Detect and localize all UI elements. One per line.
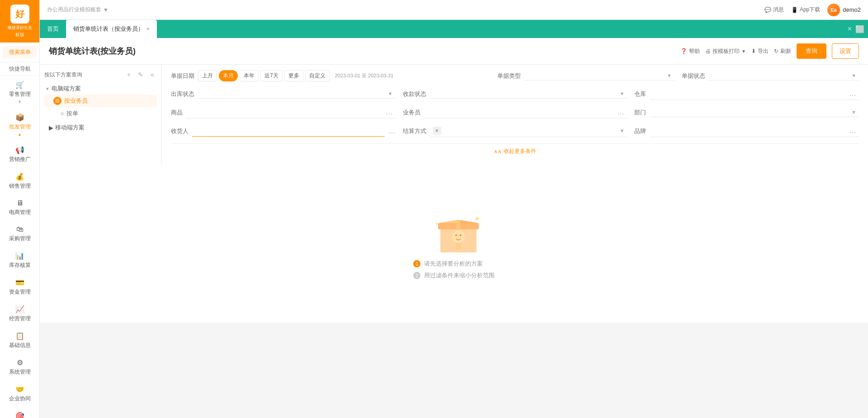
shortcut-nav-button[interactable]: 快捷导航 <box>0 62 39 76</box>
collapse-button[interactable]: ∧∧ 收起更多条件 <box>171 143 859 159</box>
consignee-ellipsis-icon[interactable]: … <box>388 127 396 135</box>
svg-marker-2 <box>438 220 458 223</box>
date-btn-more[interactable]: 更多 <box>284 70 303 81</box>
filter-department-item: 部门 ▼ <box>634 108 859 117</box>
sidebar-item-marketing[interactable]: 📢 营销推广 <box>0 141 39 168</box>
window-close-button[interactable]: × <box>848 25 852 33</box>
svg-point-8 <box>455 234 457 236</box>
sidebar-item-basic-info[interactable]: 📋 基础信息 <box>0 327 39 354</box>
sidebar-item-operations-label: 经营管理 <box>9 315 31 323</box>
tabs-bar: 首页 销货单统计表（按业务员） × × ⬜ <box>40 20 868 38</box>
wholesale-icon: 📦 <box>15 113 24 122</box>
filter-goods-item: 商品 … <box>171 106 396 119</box>
sidebar-item-purchase[interactable]: 🛍 采购管理 <box>0 221 39 247</box>
filter-salesman-item: 业务员 … <box>403 106 627 119</box>
date-btn-current-year[interactable]: 本年 <box>240 70 259 81</box>
sidebar-item-wholesale[interactable]: 📦 批发管理 ▲ <box>0 109 39 141</box>
sidebar-item-ecommerce[interactable]: 🖥 电商管理 <box>0 195 39 221</box>
goods-ellipsis-icon[interactable]: … <box>386 108 393 116</box>
sidebar-item-finance[interactable]: 💳 资金管理 <box>0 274 39 300</box>
system-icon: ⚙ <box>17 358 23 367</box>
scheme-header: 按以下方案查询 ＋ ✎ « <box>44 70 157 79</box>
sidebar-item-finance-label: 资金管理 <box>9 288 31 296</box>
date-range-text: 2023-03-01 至 2023-03-31 <box>335 72 394 79</box>
brand-ellipsis-icon[interactable]: … <box>849 127 856 135</box>
filter-warehouse-item: 仓库 … <box>634 88 859 100</box>
sidebar-item-inventory[interactable]: 📊 库存核算 <box>0 247 39 274</box>
date-btn-custom[interactable]: 自定义 <box>305 70 330 81</box>
filter-panel: 按以下方案查询 ＋ ✎ « ▼ 电脑端方案 按 <box>40 65 868 164</box>
collect-status-select[interactable]: ▼ <box>430 89 627 99</box>
date-btn-last-month[interactable]: 上月 <box>198 70 217 81</box>
scheme-tree: ▼ 电脑端方案 按 按业务员 ≡ 按单 <box>44 83 157 133</box>
sales-icon: 💰 <box>15 172 24 181</box>
sidebar-item-sales[interactable]: 💰 销售管理 <box>0 168 39 195</box>
page-header: 销货单统计表(按业务员) ❓ 帮助 🖨 按模板打印 ▼ ⬇ 导出 ↻ 刷新 <box>40 38 868 65</box>
print-label: 按模板打印 <box>712 48 740 55</box>
scheme-group-mobile-label: 移动端方案 <box>55 124 85 132</box>
sidebar-item-sales-label: 销售管理 <box>9 182 31 190</box>
query-button[interactable]: 查询 <box>797 43 826 59</box>
filter-collect-status-item: 收款状态 ▼ <box>403 89 627 99</box>
scheme-group-desktop-header[interactable]: ▼ 电脑端方案 <box>44 83 157 95</box>
sidebar: 好 畅捷通好生意 标版 搜索菜单 快捷导航 🛒 零售管理 ▼ 📦 批发管理 ▲ … <box>0 0 40 418</box>
app-download-button[interactable]: 📱 App下载 <box>791 6 820 14</box>
empty-text-1-label: 请先选择要分析的方案 <box>424 260 483 268</box>
settlement-clear-button[interactable]: × <box>433 127 441 135</box>
filter-row-4: 收货人 … 结算方式 × ▼ 品牌 <box>171 125 859 137</box>
tab-home[interactable]: 首页 <box>40 20 66 38</box>
scheme-group-desktop-label: 电脑端方案 <box>52 85 81 93</box>
date-btn-current-month[interactable]: 本月 <box>219 70 238 81</box>
logo-version: 标版 <box>15 32 24 38</box>
date-btn-7days[interactable]: 近7天 <box>260 70 283 81</box>
consignee-input[interactable] <box>192 126 385 137</box>
print-button[interactable]: 🖨 按模板打印 ▼ <box>705 48 746 55</box>
scheme-add-icon[interactable]: ＋ <box>124 70 133 79</box>
search-menu-button[interactable]: 搜索菜单 <box>3 46 37 58</box>
scheme-item-order[interactable]: ≡ 按单 <box>44 107 157 120</box>
out-status-select[interactable]: ▼ <box>198 89 396 99</box>
user-menu-button[interactable]: Ea demo2 <box>827 4 861 16</box>
warehouse-ellipsis-icon[interactable]: … <box>849 90 856 98</box>
tab-sales-stats[interactable]: 销货单统计表（按业务员） × <box>66 20 157 38</box>
sidebar-item-retail[interactable]: 🛒 零售管理 ▼ <box>0 76 39 109</box>
sidebar-search-section: 搜索菜单 <box>0 43 39 62</box>
sidebar-item-newbie[interactable]: 🎯 新手引导 <box>0 407 39 418</box>
message-button[interactable]: 💬 消息 <box>764 6 784 14</box>
filter-row-3: 商品 … 业务员 … 部门 <box>171 106 859 119</box>
purchase-icon: 🛍 <box>16 225 24 233</box>
scheme-item-salesman[interactable]: 按 按业务员 <box>44 95 157 107</box>
print-icon: 🖨 <box>705 48 711 54</box>
sidebar-item-system[interactable]: ⚙ 系统管理 <box>0 354 39 380</box>
tab-close-icon[interactable]: × <box>146 26 150 32</box>
help-button[interactable]: ❓ 帮助 <box>680 48 700 55</box>
export-button[interactable]: ⬇ 导出 <box>751 48 769 55</box>
sidebar-item-operations[interactable]: 📈 经营管理 <box>0 300 39 327</box>
empty-text-2-label: 用过滤条件来缩小分析范围 <box>424 271 495 280</box>
finance-icon: 💳 <box>15 278 24 287</box>
window-restore-button[interactable]: ⬜ <box>855 25 864 33</box>
sidebar-item-inventory-label: 库存核算 <box>9 261 31 269</box>
operations-icon: 📈 <box>15 305 24 314</box>
inventory-icon: 📊 <box>15 252 24 260</box>
department-select[interactable]: ▼ <box>650 108 859 117</box>
filter-brand-item: 品牌 … <box>634 125 859 137</box>
settings-button[interactable]: 设置 <box>832 43 859 59</box>
collect-status-arrow-icon: ▼ <box>619 91 624 96</box>
doc-status-select[interactable]: ▼ <box>709 71 859 81</box>
brand-label: 品牌 <box>634 127 646 135</box>
scheme-collapse-icon[interactable]: « <box>148 70 157 79</box>
refresh-button[interactable]: ↻ 刷新 <box>774 48 791 55</box>
doc-type-select[interactable]: ▼ <box>524 71 675 81</box>
settlement-select[interactable]: × ▼ <box>430 125 627 137</box>
refresh-icon: ↻ <box>774 48 778 54</box>
scheme-edit-icon[interactable]: ✎ <box>136 70 145 79</box>
out-status-label: 出库状态 <box>171 90 194 98</box>
content-area: 销货单统计表(按业务员) ❓ 帮助 🖨 按模板打印 ▼ ⬇ 导出 ↻ 刷新 <box>40 38 868 418</box>
scheme-group-mobile-header[interactable]: ▶ 移动端方案 <box>44 122 157 133</box>
svg-text:✦: ✦ <box>435 221 439 226</box>
salesman-ellipsis-icon[interactable]: … <box>617 108 624 116</box>
export-label: 导出 <box>758 48 769 55</box>
sidebar-item-collab[interactable]: 🤝 企业协同 <box>0 380 39 407</box>
print-arrow-icon: ▼ <box>741 49 746 54</box>
